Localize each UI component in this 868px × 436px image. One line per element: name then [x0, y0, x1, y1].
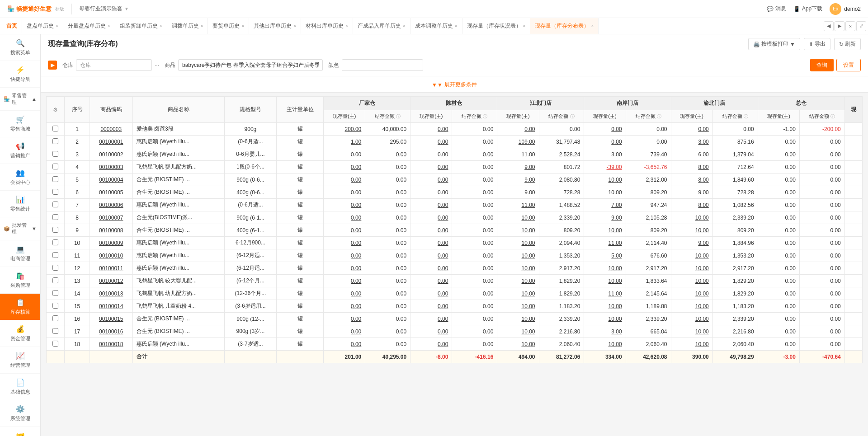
row-code[interactable]: 00100003 — [90, 161, 132, 173]
row-fj-qty[interactable]: 0.00 — [324, 275, 365, 287]
row-yb-qty[interactable]: 10.00 — [671, 325, 712, 338]
row-yb-qty[interactable]: 8.00 — [671, 161, 712, 173]
row-code[interactable]: 00100016 — [90, 325, 132, 338]
row-code[interactable]: 00100007 — [90, 211, 132, 224]
row-cc-qty[interactable]: 0.00 — [410, 275, 452, 287]
sidebar-item-operations[interactable]: 📈 经营管理 — [0, 347, 40, 374]
row-checkbox[interactable] — [52, 265, 58, 271]
row-na-qty[interactable]: 7.00 — [584, 199, 626, 211]
close-tab-panding[interactable]: × — [56, 23, 58, 28]
gear-icon[interactable]: ⚙ — [53, 107, 58, 113]
row-na-qty[interactable]: 11.00 — [584, 237, 626, 249]
sidebar-item-inventory[interactable]: 📋 库存核算 — [0, 294, 40, 320]
row-fj-qty[interactable]: 0.00 — [324, 262, 365, 275]
row-cc-qty[interactable]: 0.00 — [410, 136, 452, 148]
row-code[interactable]: 00100010 — [90, 249, 132, 262]
sidebar-item-collab[interactable]: 🤝 企业协同 — [0, 427, 40, 436]
tab-cost-adjust[interactable]: 成本调整单历史 × — [410, 18, 462, 34]
row-na-qty[interactable]: 0.00 — [584, 123, 626, 136]
row-yb-qty[interactable]: 9.00 — [671, 186, 712, 199]
row-cc-qty[interactable]: 0.00 — [410, 325, 452, 338]
tab-purchase[interactable]: 要货单历史 × — [208, 18, 249, 34]
tab-home[interactable]: 首页 — [2, 18, 22, 34]
row-jb-qty[interactable]: 10.00 — [497, 287, 539, 300]
sidebar-item-purchase[interactable]: 🛍️ 采购管理 — [0, 267, 40, 294]
app-download-btn[interactable]: 📱 App下载 — [793, 5, 822, 13]
row-jb-qty[interactable]: 10.00 — [497, 211, 539, 224]
search-button[interactable]: 查询 — [810, 59, 834, 71]
sidebar-item-retail-stats[interactable]: 📊 零售统计 — [0, 191, 40, 217]
row-na-qty[interactable]: 10.00 — [584, 275, 626, 287]
row-fj-qty[interactable]: 0.00 — [324, 313, 365, 325]
print-button[interactable]: 🖨️ 按模板打印 ▼ — [748, 38, 800, 50]
row-code[interactable]: 00100006 — [90, 199, 132, 211]
row-fj-qty[interactable]: 0.00 — [324, 199, 365, 211]
warehouse-input[interactable] — [76, 59, 152, 71]
row-cc-qty[interactable]: 0.00 — [410, 123, 452, 136]
row-jb-qty[interactable]: 9.00 — [497, 173, 539, 186]
cc-info-icon[interactable]: ⓘ — [483, 114, 487, 119]
sidebar-item-member[interactable]: 👥 会员中心 — [0, 164, 40, 191]
row-na-qty[interactable]: 10.00 — [584, 300, 626, 313]
row-checkbox[interactable] — [52, 214, 58, 220]
row-cc-qty[interactable]: 0.00 — [410, 211, 452, 224]
row-yb-qty[interactable]: 8.00 — [671, 199, 712, 211]
row-na-qty[interactable]: 9.00 — [584, 211, 626, 224]
row-yb-qty[interactable]: 3.00 — [671, 136, 712, 148]
row-jb-qty[interactable]: 11.00 — [497, 199, 539, 211]
message-btn[interactable]: 💬 消息 — [767, 5, 786, 13]
row-jb-qty[interactable]: 10.00 — [497, 313, 539, 325]
row-na-qty[interactable]: -39.00 — [584, 161, 626, 173]
row-jb-qty[interactable]: 0.00 — [497, 123, 539, 136]
row-checkbox[interactable] — [52, 151, 58, 157]
row-cc-qty[interactable]: 0.00 — [410, 287, 452, 300]
row-na-qty[interactable]: 10.00 — [584, 262, 626, 275]
refresh-button[interactable]: ↻ 刷新 — [834, 38, 861, 50]
row-yb-qty[interactable]: 10.00 — [671, 224, 712, 237]
row-fj-qty[interactable]: 0.00 — [324, 148, 365, 161]
tab-transfer[interactable]: 调拨单历史 × — [167, 18, 208, 34]
tab-panding[interactable]: 盘点单历史 × — [22, 18, 63, 34]
row-cc-qty[interactable]: 0.00 — [410, 262, 452, 275]
row-jb-qty[interactable]: 9.00 — [497, 186, 539, 199]
tab-assembly[interactable]: 组装折卸单历史 × — [115, 18, 167, 34]
row-check[interactable] — [47, 161, 65, 173]
row-fj-qty[interactable]: 0.00 — [324, 325, 365, 338]
row-code[interactable]: 00100009 — [90, 237, 132, 249]
filter-toggle-btn[interactable]: ▶ — [48, 61, 57, 70]
na-info-icon[interactable]: ⓘ — [657, 114, 661, 119]
row-cc-qty[interactable]: 0.00 — [410, 300, 452, 313]
row-checkbox[interactable] — [52, 176, 58, 182]
nav-right-btn[interactable]: ▶ — [835, 21, 844, 31]
row-cc-qty[interactable]: 0.00 — [410, 161, 452, 173]
sidebar-item-shop[interactable]: 🛒 零售商城 — [0, 111, 40, 137]
row-yb-qty[interactable]: 8.00 — [671, 173, 712, 186]
row-code[interactable]: 00100008 — [90, 224, 132, 237]
row-checkbox[interactable] — [52, 328, 58, 334]
row-code[interactable]: 00100004 — [90, 173, 132, 186]
row-jb-qty[interactable]: 10.00 — [497, 275, 539, 287]
row-jb-qty[interactable]: 10.00 — [497, 237, 539, 249]
row-check[interactable] — [47, 199, 65, 211]
row-check[interactable] — [47, 173, 65, 186]
sidebar-item-marketing[interactable]: 📢 营销推广 — [0, 137, 40, 164]
row-code[interactable]: 00100014 — [90, 300, 132, 313]
row-check[interactable] — [47, 211, 65, 224]
row-na-qty[interactable]: 0.00 — [584, 136, 626, 148]
row-fj-qty[interactable]: 1.00 — [324, 136, 365, 148]
row-na-qty[interactable]: 10.00 — [584, 173, 626, 186]
row-na-qty[interactable]: 5.00 — [584, 249, 626, 262]
row-yb-qty[interactable]: 10.00 — [671, 262, 712, 275]
row-checkbox[interactable] — [52, 126, 58, 131]
row-checkbox[interactable] — [52, 138, 58, 144]
row-cc-qty[interactable]: 0.00 — [410, 224, 452, 237]
row-cc-qty[interactable]: 0.00 — [410, 148, 452, 161]
tab-fenpanding[interactable]: 分量盘点单历史 × — [63, 18, 115, 34]
row-yb-qty[interactable]: 10.00 — [671, 313, 712, 325]
row-cc-qty[interactable]: 0.00 — [410, 173, 452, 186]
sidebar-item-wholesale[interactable]: 📦 批发管理 ▼ — [0, 217, 40, 240]
row-checkbox[interactable] — [52, 341, 58, 347]
row-check[interactable] — [47, 237, 65, 249]
row-code[interactable]: 00100005 — [90, 186, 132, 199]
row-check[interactable] — [47, 249, 65, 262]
